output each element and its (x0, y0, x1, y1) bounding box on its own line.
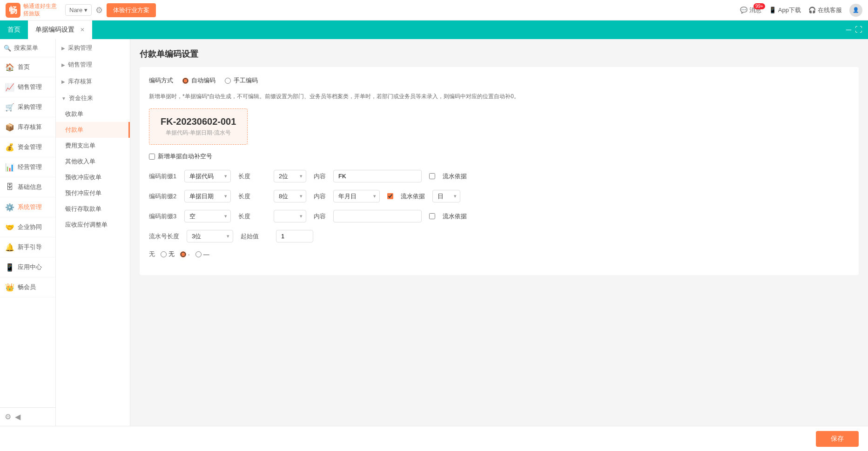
sidebar-item-member[interactable]: 👑 畅会员 (0, 277, 55, 297)
sub-group-purchase[interactable]: ▶ 采购管理 (56, 39, 130, 56)
serial1-checkbox[interactable] (429, 173, 435, 179)
arrow-down-icon: ▼ (61, 96, 66, 101)
home-icon: 🏠 (6, 63, 14, 71)
message-button[interactable]: 💬 消息 99+ (740, 6, 761, 14)
length3-label: 长度 (238, 212, 266, 221)
search-menu-button[interactable]: 🔍 搜索菜单 (0, 39, 55, 57)
save-button[interactable]: 保存 (816, 431, 859, 447)
tab-home[interactable]: 首页 (0, 20, 28, 39)
code-preview-sub: 单据代码-单据日期-流水号 (161, 129, 236, 137)
manual-code-radio[interactable] (225, 78, 231, 84)
sidebar-item-purchase[interactable]: 🛒 采购管理 (0, 97, 55, 117)
tab-maximize-button[interactable]: ⛶ (855, 26, 862, 34)
sub-item-other-income[interactable]: 其他收入单 (56, 154, 130, 169)
industry-solution-button[interactable]: 体验行业方案 (107, 3, 156, 17)
company-name: Nare (69, 7, 82, 13)
close-icon[interactable]: ✕ (80, 27, 85, 33)
sep-dot-radio[interactable] (180, 251, 186, 257)
user-avatar[interactable]: 👤 (849, 4, 862, 17)
sidebar-item-home[interactable]: 🏠 首页 (0, 57, 55, 77)
length1-select[interactable]: 2位 (274, 170, 306, 182)
sidebar-item-sales[interactable]: 📈 销售管理 (0, 77, 55, 97)
settings-icon[interactable]: ⚙ (5, 412, 11, 421)
sub-group-sales[interactable]: ▶ 销售管理 (56, 56, 130, 73)
prefix2-select-wrapper: 单据日期 (184, 190, 231, 202)
tab-minimize-button[interactable]: ─ (846, 26, 851, 34)
start-value-input[interactable] (276, 230, 313, 242)
serial3-checkbox[interactable] (429, 213, 435, 219)
sidebar-item-inventory[interactable]: 📦 库存核算 (0, 117, 55, 137)
prefix3-select-wrapper: 空 (184, 210, 231, 222)
sidebar-item-appcenter[interactable]: 📱 应用中心 (0, 257, 55, 277)
sidebar-item-finance[interactable]: 💰 资金管理 (0, 137, 55, 157)
sub-item-adjustment[interactable]: 应收应付调整单 (56, 217, 130, 233)
auto-fill-label: 新增单据自动补空号 (158, 152, 212, 161)
prefix2-select[interactable]: 单据日期 (184, 190, 231, 202)
sub-item-receipt[interactable]: 收款单 (56, 106, 130, 122)
sidebar-item-newguide[interactable]: 🔔 新手引导 (0, 237, 55, 257)
start-value-label: 起始值 (241, 232, 269, 241)
length1-select-wrapper: 2位 (274, 170, 306, 182)
sidebar-bottom: ⚙ ◀ (0, 407, 55, 426)
top-right-actions: 💬 消息 99+ 📱 App下载 🎧 在线客服 👤 (740, 4, 862, 17)
sidebar-item-partner[interactable]: 🤝 企业协同 (0, 217, 55, 237)
message-badge: 99+ (754, 3, 765, 9)
member-icon: 👑 (6, 283, 14, 291)
company-selector[interactable]: Nare ▾ (65, 4, 92, 16)
prefix2-label: 编码前缀2 (149, 192, 177, 201)
sep-none-radio[interactable] (161, 251, 167, 257)
bottom-bar: 保存 (0, 426, 868, 451)
logo-area: 畅 畅通道好生意 搭旅版 (6, 3, 61, 18)
auto-code-radio[interactable] (182, 78, 188, 84)
content1-input[interactable] (333, 170, 422, 182)
prefix1-select[interactable]: 单据代码 (184, 170, 231, 182)
content2-select[interactable]: 年月日 (333, 190, 380, 202)
purchase-icon: 🛒 (6, 103, 14, 111)
sep-dot-option[interactable]: · (180, 251, 190, 258)
operations-icon: 📊 (6, 163, 14, 171)
auto-code-label: 自动编码 (191, 76, 215, 85)
auto-fill-checkbox[interactable] (149, 154, 155, 160)
sub-group-capital[interactable]: ▼ 资金往来 (56, 89, 130, 106)
serial1-label: 流水依据 (443, 172, 467, 181)
sub-item-prepay-payable[interactable]: 预付冲应付单 (56, 185, 130, 201)
collapse-icon[interactable]: ◀ (15, 412, 20, 421)
app-download-button[interactable]: 📱 App下载 (769, 6, 801, 14)
content1-label: 内容 (314, 172, 326, 181)
length3-select[interactable] (274, 210, 306, 222)
page-title: 付款单编码设置 (140, 48, 859, 60)
content2-label: 内容 (314, 192, 326, 201)
sidebar-item-basic[interactable]: 🗄 基础信息 (0, 177, 55, 197)
phone-icon: 📱 (769, 7, 776, 13)
partner-icon: 🤝 (6, 223, 14, 231)
sep-dash-option[interactable]: — (195, 251, 209, 258)
date-unit-select[interactable]: 日 月 年 (432, 190, 460, 202)
length2-select[interactable]: 8位 (274, 190, 306, 202)
sub-item-expense[interactable]: 费用支出单 (56, 138, 130, 154)
prefix3-select[interactable]: 空 (184, 210, 231, 222)
sub-item-bank[interactable]: 银行存取款单 (56, 201, 130, 217)
sidebar-item-system[interactable]: ⚙️ 系统管理 (0, 197, 55, 217)
length2-select-wrapper: 8位 (274, 190, 306, 202)
auto-code-option[interactable]: 自动编码 (182, 76, 215, 85)
sub-item-payment[interactable]: 付款单 (56, 122, 130, 138)
arrow-right-icon: ▶ (61, 46, 65, 51)
serial-length-select[interactable]: 3位 4位 5位 (187, 230, 233, 242)
manual-code-option[interactable]: 手工编码 (225, 76, 258, 85)
sub-item-prepay-receivable[interactable]: 预收冲应收单 (56, 169, 130, 185)
hint-text: 新增单据时，*单据编码*自动生成，不可编辑。前缀设置为部门、业务员等档案类，开单… (149, 92, 849, 101)
date-unit-select-wrapper: 日 月 年 (432, 190, 460, 202)
online-service-button[interactable]: 🎧 在线客服 (808, 6, 842, 14)
sub-group-inventory[interactable]: ▶ 库存核算 (56, 73, 130, 89)
sep-dash-radio[interactable] (195, 251, 202, 257)
prefix3-label: 编码前缀3 (149, 212, 177, 221)
main-layout: 🔍 搜索菜单 🏠 首页 📈 销售管理 🛒 采购管理 📦 库存核算 💰 资金管理 … (0, 39, 868, 426)
gear-icon[interactable]: ⚙ (95, 5, 103, 15)
sep-none-option[interactable]: 无 (161, 250, 175, 258)
sidebar-item-operations[interactable]: 📊 经营管理 (0, 157, 55, 177)
newguide-icon: 🔔 (6, 243, 14, 251)
content3-input[interactable] (333, 210, 422, 222)
tab-invoice-coding[interactable]: 单据编码设置 ✕ (28, 20, 92, 39)
serial2-checkbox[interactable] (387, 193, 393, 199)
sales-icon: 📈 (6, 83, 14, 91)
